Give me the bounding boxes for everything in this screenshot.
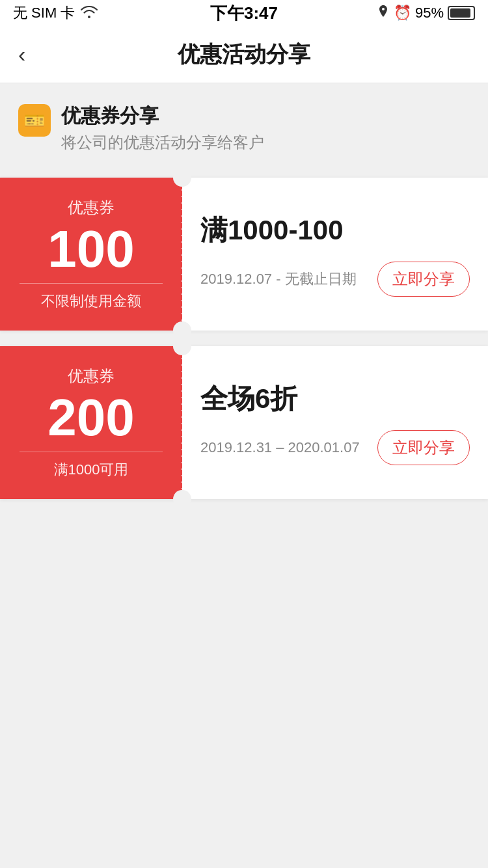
share-button-2[interactable]: 立即分享: [377, 430, 470, 465]
scallop-top-1: [173, 169, 191, 187]
coupon-emoji-icon: 🎫: [24, 111, 45, 131]
scallop-top-2: [173, 337, 191, 355]
coupon-label-2: 优惠券: [68, 366, 115, 387]
back-button[interactable]: ‹: [18, 42, 25, 67]
coupon-amount-2: 200: [47, 392, 134, 444]
coupon-divider-1: [20, 283, 163, 284]
carrier-text: 无 SIM 卡: [13, 3, 75, 23]
coupon-right-1: 满1000-100 2019.12.07 - 无截止日期 立即分享: [182, 178, 488, 331]
status-left: 无 SIM 卡: [13, 3, 98, 23]
coupon-date-2: 2019.12.31 – 2020.01.07: [200, 439, 371, 456]
location-icon: [377, 4, 390, 22]
coupon-left-1: 优惠券 100 不限制使用金额: [0, 178, 182, 331]
coupon-right-2: 全场6折 2019.12.31 – 2020.01.07 立即分享: [182, 346, 488, 499]
status-time: 下午3:47: [210, 2, 278, 25]
empty-area: [0, 520, 488, 780]
share-button-1[interactable]: 立即分享: [377, 262, 470, 297]
coupon-name-1: 满1000-100: [200, 212, 470, 249]
battery-percent: 95%: [415, 5, 444, 21]
section-title: 优惠券分享: [61, 103, 264, 129]
coupon-restriction-2: 满1000可用: [54, 460, 129, 480]
coupon-amount-1: 100: [47, 223, 134, 275]
section-text: 优惠券分享 将公司的优惠活动分享给客户: [61, 103, 264, 153]
scallop-bottom-2: [173, 490, 191, 508]
coupon-card-1: 优惠券 100 不限制使用金额 满1000-100 2019.12.07 - 无…: [0, 178, 488, 331]
status-bar: 无 SIM 卡 下午3:47 ⏰ 95%: [0, 0, 488, 26]
coupon-date-1: 2019.12.07 - 无截止日期: [200, 269, 371, 289]
coupon-bottom-row-2: 2019.12.31 – 2020.01.07 立即分享: [200, 430, 470, 465]
section-header: 🎫 优惠券分享 将公司的优惠活动分享给客户: [0, 83, 488, 163]
coupons-container: 优惠券 100 不限制使用金额 满1000-100 2019.12.07 - 无…: [0, 163, 488, 520]
section-description: 将公司的优惠活动分享给客户: [61, 132, 264, 153]
nav-bar: ‹ 优惠活动分享: [0, 26, 488, 83]
coupon-label-1: 优惠券: [68, 197, 115, 218]
section-icon: 🎫: [18, 104, 51, 137]
coupon-name-2: 全场6折: [200, 381, 470, 417]
coupon-divider-2: [20, 452, 163, 452]
battery-icon: [448, 6, 475, 20]
wifi-icon: [80, 4, 98, 22]
coupon-restriction-1: 不限制使用金额: [41, 292, 141, 311]
status-right: ⏰ 95%: [377, 4, 475, 22]
coupon-bottom-row-1: 2019.12.07 - 无截止日期 立即分享: [200, 262, 470, 297]
page-title: 优惠活动分享: [178, 40, 310, 70]
alarm-icon: ⏰: [394, 5, 411, 21]
coupon-left-2: 优惠券 200 满1000可用: [0, 346, 182, 499]
back-chevron: ‹: [18, 42, 25, 67]
coupon-card-2: 优惠券 200 满1000可用 全场6折 2019.12.31 – 2020.0…: [0, 346, 488, 499]
